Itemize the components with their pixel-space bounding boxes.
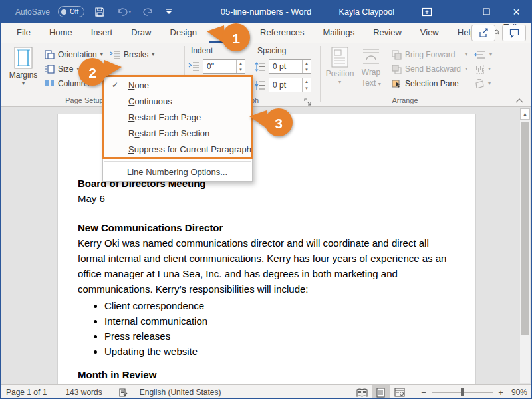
rotate-button[interactable] <box>471 76 493 91</box>
chevron-up-icon <box>515 98 523 103</box>
group-separator <box>320 46 321 102</box>
tab-file[interactable]: File <box>10 23 37 43</box>
minimize-icon: — <box>452 7 462 17</box>
tab-insert[interactable]: Insert <box>84 23 120 43</box>
read-mode-button[interactable] <box>353 385 372 399</box>
wrap-text-caret-icon <box>378 81 381 87</box>
bring-forward-caret-icon <box>465 52 467 57</box>
web-layout-button[interactable] <box>390 385 409 399</box>
menu-item-none[interactable]: None <box>104 77 251 93</box>
spacing-before-spinner[interactable] <box>302 60 311 73</box>
menu-item-restart-each-page[interactable]: Restart Each Page <box>104 109 251 125</box>
close-button[interactable]: × <box>501 1 531 23</box>
collapse-ribbon-button[interactable] <box>515 94 523 106</box>
paragraph-dialog-launcher[interactable] <box>304 97 313 106</box>
rotate-caret-icon <box>488 81 491 86</box>
maximize-button[interactable] <box>471 1 501 23</box>
tab-mailings[interactable]: Mailings <box>317 23 362 43</box>
status-bar: Page 1 of 1 143 words English (United St… <box>1 384 531 399</box>
spacing-before-icon <box>255 62 265 72</box>
spacing-after-spinner[interactable] <box>302 78 311 92</box>
indent-left-row: 0" <box>188 59 245 74</box>
wrap-text-button[interactable]: Wrap Text <box>356 47 386 88</box>
bring-forward-label: Bring Forward <box>405 50 462 59</box>
size-icon <box>45 64 55 74</box>
callout-badge-2: 2 <box>78 57 122 87</box>
zoom-slider-thumb[interactable] <box>461 388 464 396</box>
wrap-text-label-1: Wrap <box>362 68 380 77</box>
save-button[interactable] <box>92 3 107 21</box>
position-button[interactable]: Position <box>325 47 355 85</box>
orientation-icon <box>45 49 55 60</box>
arrange-group-label: Arrange <box>365 96 445 104</box>
spin-down-icon[interactable] <box>303 85 311 92</box>
spacing-after-row: 0 pt <box>255 78 311 92</box>
tab-draw[interactable]: Draw <box>124 23 158 43</box>
zoom-in-button[interactable] <box>495 388 506 398</box>
vertical-scrollbar[interactable] <box>520 108 530 383</box>
tab-references[interactable]: References <box>253 23 311 43</box>
tab-review[interactable]: Review <box>366 23 408 43</box>
menu-item-line-numbering-options[interactable]: Line Numbering Options... <box>103 164 252 180</box>
wrap-text-icon <box>362 47 380 66</box>
spin-up-icon[interactable] <box>237 60 245 66</box>
print-layout-button[interactable] <box>372 385 390 399</box>
spacing-after-field[interactable]: 0 pt <box>269 78 311 92</box>
group-button[interactable] <box>471 62 493 76</box>
callout-badge-3: 3 <box>249 107 293 138</box>
comments-button[interactable] <box>502 25 526 41</box>
align-caret-icon <box>489 52 492 57</box>
undo-button[interactable] <box>115 3 133 21</box>
spacing-after-icon <box>255 80 265 90</box>
scroll-up-button[interactable] <box>520 108 530 120</box>
language-indicator[interactable]: English (United States) <box>140 388 221 397</box>
autosave-label: AutoSave <box>15 7 50 17</box>
zoom-slider[interactable] <box>432 392 493 393</box>
svg-text:1: 1 <box>232 31 240 46</box>
margins-button[interactable]: Margins <box>7 47 39 86</box>
user-name[interactable]: Kayla Claypool <box>339 7 394 17</box>
autosave-toggle[interactable]: Off <box>58 6 84 17</box>
spacing-before-value: 0 pt <box>269 60 302 73</box>
doc-date: May 6 <box>78 191 457 206</box>
share-button[interactable] <box>471 25 495 41</box>
selection-pane-button[interactable]: Selection Pane <box>389 76 470 91</box>
tab-view[interactable]: View <box>414 23 446 43</box>
spacing-after-value: 0 pt <box>269 78 302 92</box>
bring-forward-icon <box>392 50 402 60</box>
spacing-before-field[interactable]: 0 pt <box>269 59 311 74</box>
spin-up-icon[interactable] <box>303 78 311 85</box>
minimize-button[interactable]: — <box>442 1 471 23</box>
menu-item-continuous[interactable]: Continuous <box>104 93 251 109</box>
indent-left-field[interactable]: 0" <box>203 59 245 74</box>
menu-item-suppress-current-paragraph[interactable]: Suppress for Current Paragraph <box>104 141 251 157</box>
margins-label: Margins <box>9 70 38 80</box>
proofing-status-button[interactable] <box>118 388 128 398</box>
indent-left-spinner[interactable] <box>236 60 245 73</box>
spin-up-icon[interactable] <box>303 60 311 66</box>
word-window: AutoSave Off 05-line-numbers - Word Kayl… <box>0 0 532 399</box>
align-button[interactable] <box>471 47 495 62</box>
spin-down-icon[interactable] <box>303 66 311 73</box>
spacing-before-row: 0 pt <box>255 59 311 74</box>
align-icon <box>474 50 486 59</box>
menu-item-restart-each-section[interactable]: Restart Each Section <box>104 125 251 141</box>
size-button[interactable]: Size <box>42 62 82 76</box>
spacing-label: Spacing <box>257 46 286 55</box>
doc-bullet: Updating the website <box>104 344 457 359</box>
ribbon-display-options-icon <box>422 7 432 17</box>
spin-down-icon[interactable] <box>237 66 245 73</box>
tab-home[interactable]: Home <box>43 23 79 43</box>
word-count[interactable]: 143 words <box>65 388 102 397</box>
tab-design[interactable]: Design <box>164 23 203 43</box>
bring-forward-button[interactable]: Bring Forward <box>389 47 470 62</box>
scrollbar-thumb[interactable] <box>521 122 529 335</box>
autosave-state: Off <box>70 8 78 15</box>
zoom-percentage[interactable]: 90% <box>511 388 527 397</box>
toggle-knob-icon <box>61 9 66 15</box>
send-backward-button[interactable]: Send Backward <box>389 62 470 76</box>
ribbon-display-options-button[interactable] <box>412 1 442 23</box>
zoom-out-button[interactable] <box>418 388 429 398</box>
selection-pane-label: Selection Pane <box>405 79 459 88</box>
page-indicator[interactable]: Page 1 of 1 <box>6 388 47 397</box>
